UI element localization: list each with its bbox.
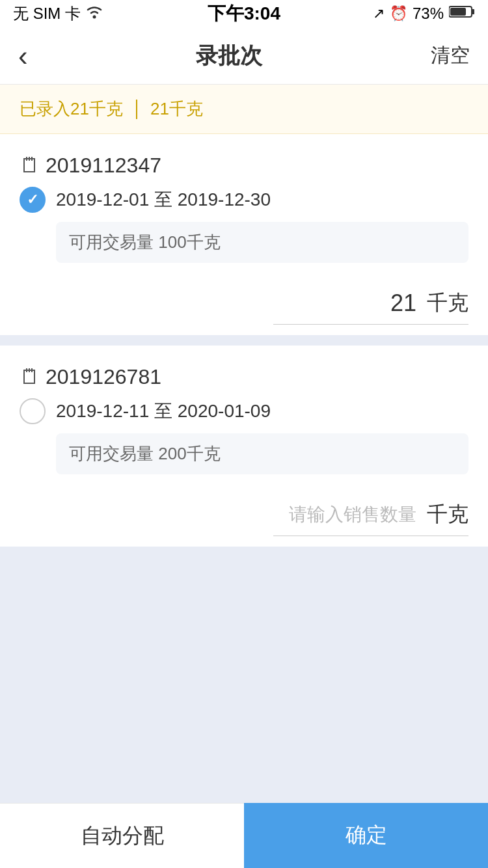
batch-date-row-1: 2019-12-11 至 2020-01-09 [20,398,468,424]
clear-button[interactable]: 清空 [431,42,470,69]
section-divider [0,335,488,346]
summary-bar: 已录入21千克 21千克 [0,85,488,134]
batch-doc-icon-1: 🗒 [20,365,40,389]
quantity-underline-0 [0,324,488,335]
batch-card-1: 🗒 2019126781 2019-12-11 至 2020-01-09 可用交… [0,346,488,547]
svg-point-0 [93,16,96,19]
battery-text: 73% [413,5,444,23]
alarm-icon: ⏰ [390,5,407,22]
quantity-unit-0: 千克 [427,289,468,318]
batch-card-0: 🗒 2019112347 2019-12-01 至 2019-12-30 可用交… [0,134,488,335]
status-time: 下午3:04 [208,1,280,26]
bottom-bar: 自动分配 确定 [0,803,488,868]
batch-date-0: 2019-12-01 至 2019-12-30 [56,187,271,212]
status-right: ↗ ⏰ 73% [373,5,475,23]
quantity-underline-1 [0,536,488,547]
page-title: 录批次 [196,41,262,71]
batch-id-row-0: 🗒 2019112347 [20,154,468,178]
main-content: 已录入21千克 21千克 🗒 2019112347 2019-12-01 至 2… [0,85,488,820]
svg-rect-2 [472,9,474,14]
carrier-text: 无 SIM 卡 [13,3,81,24]
confirm-button[interactable]: 确定 [244,803,488,868]
radio-unchecked-1[interactable] [20,398,46,424]
wifi-icon [85,5,104,23]
underline-1 [273,536,468,536]
back-button[interactable]: ‹ [18,40,28,72]
quantity-unit-1: 千克 [427,500,468,529]
nav-bar: ‹ 录批次 清空 [0,27,488,85]
battery-icon [449,5,475,22]
total-amount: 21千克 [150,98,203,120]
underline-0 [273,324,468,325]
recorded-amount: 已录入21千克 [20,98,123,120]
radio-checked-0[interactable] [20,187,46,213]
svg-rect-3 [450,8,466,16]
batch-id-0: 2019112347 [46,154,161,178]
status-bar: 无 SIM 卡 下午3:04 ↗ ⏰ 73% [0,0,488,27]
empty-area [0,547,488,820]
batch-id-row-1: 🗒 2019126781 [20,365,468,389]
quantity-value-0: 21 [390,290,416,317]
available-qty-0: 可用交易量 100千克 [56,222,468,263]
quantity-row-0: 21 千克 [0,276,488,324]
batch-id-1: 2019126781 [46,365,161,389]
summary-divider [136,100,137,119]
location-icon: ↗ [373,5,385,22]
batch-date-1: 2019-12-11 至 2020-01-09 [56,399,271,424]
available-qty-1: 可用交易量 200千克 [56,433,468,474]
batch-doc-icon-0: 🗒 [20,154,40,178]
quantity-input-row-1: 请输入销售数量 千克 [0,487,488,536]
batch-date-row-0: 2019-12-01 至 2019-12-30 [20,187,468,213]
carrier-info: 无 SIM 卡 [13,3,104,24]
quantity-placeholder-1[interactable]: 请输入销售数量 [289,502,416,527]
auto-distribute-button[interactable]: 自动分配 [0,803,244,868]
